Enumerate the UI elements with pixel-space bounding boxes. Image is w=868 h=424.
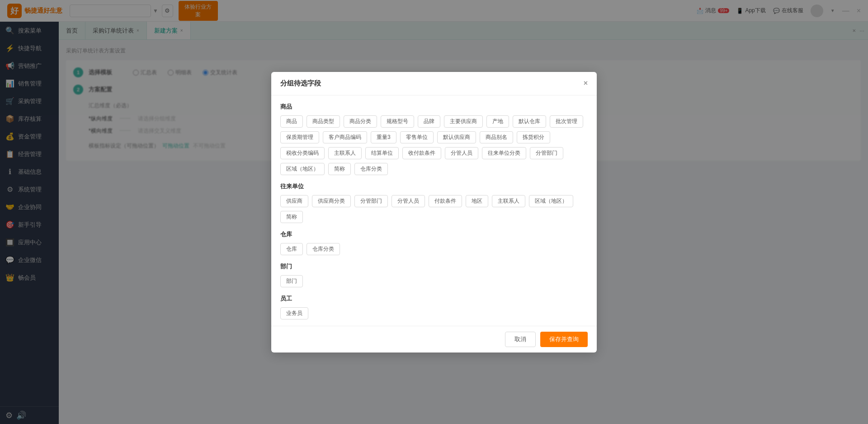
field-tag-goods-8[interactable]: 批次管理 bbox=[550, 115, 583, 128]
field-tag-partner-1[interactable]: 供应商分类 bbox=[312, 195, 351, 207]
field-tag-goods-23[interactable]: 区域（地区） bbox=[280, 163, 325, 175]
field-section-goods: 商品商品商品类型商品分类规格型号品牌主要供应商产地默认仓库批次管理保质期管理客户… bbox=[280, 103, 588, 175]
field-tag-goods-2[interactable]: 商品分类 bbox=[344, 115, 377, 128]
field-tag-department-0[interactable]: 部门 bbox=[280, 275, 303, 287]
field-tag-partner-5[interactable]: 地区 bbox=[466, 195, 488, 207]
field-tag-goods-19[interactable]: 收付款条件 bbox=[402, 147, 441, 159]
section-title-goods: 商品 bbox=[280, 103, 588, 111]
field-tag-goods-13[interactable]: 默认供应商 bbox=[437, 131, 476, 143]
field-tag-goods-9[interactable]: 保质期管理 bbox=[280, 131, 319, 143]
field-tag-goods-6[interactable]: 产地 bbox=[486, 115, 509, 128]
field-section-department: 部门部门 bbox=[280, 262, 588, 287]
section-title-partner: 往来单位 bbox=[280, 182, 588, 191]
field-tag-goods-25[interactable]: 仓库分类 bbox=[354, 163, 388, 175]
field-tag-goods-10[interactable]: 客户商品编码 bbox=[323, 131, 367, 143]
field-tag-goods-17[interactable]: 主联系人 bbox=[328, 147, 362, 159]
save-button[interactable]: 保存并查询 bbox=[540, 332, 588, 347]
modal-body[interactable]: 商品商品商品类型商品分类规格型号品牌主要供应商产地默认仓库批次管理保质期管理客户… bbox=[271, 95, 597, 326]
field-tag-partner-4[interactable]: 付款条件 bbox=[429, 195, 462, 207]
section-title-department: 部门 bbox=[280, 262, 588, 271]
field-tags-department: 部门 bbox=[280, 275, 588, 287]
field-tag-goods-15[interactable]: 拣货积分 bbox=[517, 131, 550, 143]
field-tag-goods-16[interactable]: 税收分类编码 bbox=[280, 147, 325, 159]
field-tag-goods-18[interactable]: 结算单位 bbox=[365, 147, 399, 159]
field-section-warehouse: 仓库仓库仓库分类 bbox=[280, 230, 588, 255]
field-tag-goods-11[interactable]: 重量3 bbox=[371, 131, 396, 143]
section-title-warehouse: 仓库 bbox=[280, 230, 588, 238]
field-tag-warehouse-0[interactable]: 仓库 bbox=[280, 243, 303, 255]
field-tag-goods-3[interactable]: 规格型号 bbox=[381, 115, 414, 128]
modal-header: 分组待选字段 × bbox=[271, 72, 597, 95]
field-tag-partner-3[interactable]: 分管人员 bbox=[392, 195, 425, 207]
modal: 分组待选字段 × 商品商品商品类型商品分类规格型号品牌主要供应商产地默认仓库批次… bbox=[271, 72, 597, 353]
field-tag-goods-1[interactable]: 商品类型 bbox=[307, 115, 340, 128]
field-section-employee: 员工业务员 bbox=[280, 295, 588, 319]
field-tag-goods-24[interactable]: 简称 bbox=[328, 163, 351, 175]
field-section-partner: 往来单位供应商供应商分类分管部门分管人员付款条件地区主联系人区域（地区）简称 bbox=[280, 182, 588, 223]
field-tag-goods-0[interactable]: 商品 bbox=[280, 115, 303, 128]
field-tag-goods-12[interactable]: 零售单位 bbox=[400, 131, 434, 143]
field-tag-employee-0[interactable]: 业务员 bbox=[280, 307, 308, 319]
field-tag-warehouse-1[interactable]: 仓库分类 bbox=[307, 243, 340, 255]
modal-title: 分组待选字段 bbox=[280, 79, 321, 88]
field-tag-partner-0[interactable]: 供应商 bbox=[280, 195, 308, 207]
field-tags-partner: 供应商供应商分类分管部门分管人员付款条件地区主联系人区域（地区）简称 bbox=[280, 195, 588, 223]
field-tag-goods-5[interactable]: 主要供应商 bbox=[444, 115, 483, 128]
field-tag-goods-14[interactable]: 商品别名 bbox=[480, 131, 513, 143]
cancel-button[interactable]: 取消 bbox=[505, 332, 536, 347]
field-tags-warehouse: 仓库仓库分类 bbox=[280, 243, 588, 255]
field-tag-partner-8[interactable]: 简称 bbox=[280, 211, 303, 223]
section-title-employee: 员工 bbox=[280, 295, 588, 303]
field-tag-goods-21[interactable]: 往来单位分类 bbox=[482, 147, 526, 159]
field-tag-goods-20[interactable]: 分管人员 bbox=[445, 147, 478, 159]
field-tag-goods-7[interactable]: 默认仓库 bbox=[513, 115, 546, 128]
modal-close-button[interactable]: × bbox=[584, 79, 588, 87]
field-tag-partner-2[interactable]: 分管部门 bbox=[354, 195, 388, 207]
field-tags-goods: 商品商品类型商品分类规格型号品牌主要供应商产地默认仓库批次管理保质期管理客户商品… bbox=[280, 115, 588, 175]
field-tag-goods-4[interactable]: 品牌 bbox=[418, 115, 440, 128]
field-tag-partner-6[interactable]: 主联系人 bbox=[492, 195, 525, 207]
modal-footer: 取消 保存并查询 bbox=[271, 326, 597, 353]
field-tag-partner-7[interactable]: 区域（地区） bbox=[529, 195, 573, 207]
field-tags-employee: 业务员 bbox=[280, 307, 588, 319]
field-tag-goods-22[interactable]: 分管部门 bbox=[530, 147, 563, 159]
